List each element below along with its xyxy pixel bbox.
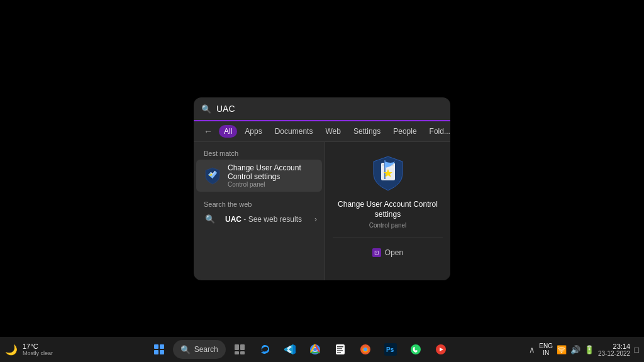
svg-rect-14 [240,344,245,350]
weather-temp: 17°C [23,343,53,350]
svg-rect-9 [154,344,158,349]
result-title-uac: Change User Account Control settings [228,163,314,181]
tab-people[interactable]: People [388,125,421,138]
result-item-text-uac: Change User Account Control settings Con… [228,163,314,188]
taskbar-right: ∧ ENG IN 🛜 🔊 🔋 23:14 23-12-2022 □ [524,343,644,357]
tab-web[interactable]: Web [320,125,345,138]
svg-text:Ps: Ps [386,346,394,353]
svg-rect-12 [160,350,164,354]
app-icon-large [369,155,407,192]
clock-date: 23-12-2022 [598,350,630,357]
search-panel: 🔍 ← All Apps Documents Web Settings Peop… [194,97,450,280]
youtube-icon[interactable] [430,338,452,361]
svg-rect-7 [382,170,390,171]
result-item-uac[interactable]: Change User Account Control settings Con… [196,160,322,192]
svg-rect-10 [160,344,164,349]
arrow-right-icon: › [314,215,317,224]
wifi-icon[interactable]: 🛜 [557,345,567,354]
notification-icon[interactable]: □ [634,345,639,354]
detail-divider [333,238,443,238]
lang-region: IN [543,349,549,356]
search-input[interactable] [216,104,443,114]
speaker-icon[interactable]: 🔊 [570,345,580,354]
start-button[interactable] [148,338,170,361]
tab-fold[interactable]: Fold... [425,125,450,138]
taskbar-search-icon: 🔍 [180,345,191,354]
svg-rect-15 [235,351,239,354]
taskbar: 🌙 17°C Mostly clear 🔍 Search [0,337,644,362]
weather-icon: 🌙 [5,344,18,356]
uac-icon-small [204,167,221,185]
photoshop-icon[interactable]: Ps [379,338,402,361]
taskbar-firefox-icon[interactable] [354,338,377,361]
tab-documents[interactable]: Documents [270,125,318,138]
svg-rect-13 [235,344,239,350]
tab-all[interactable]: All [219,125,237,138]
svg-rect-22 [337,348,342,349]
svg-rect-21 [337,346,343,348]
edge-icon[interactable] [253,338,276,361]
back-button[interactable]: ← [200,125,216,138]
weather-desc: Mostly clear [23,350,53,356]
clock-display[interactable]: 23:14 23-12-2022 [598,343,630,357]
taskbar-search-text: Search [194,345,218,354]
notion-icon[interactable] [329,338,352,361]
open-action[interactable]: ⊡ Open [367,246,408,260]
svg-rect-6 [382,167,394,168]
svg-rect-11 [154,350,158,354]
web-search-item[interactable]: 🔍 UAC - See web results › [194,211,325,228]
best-match-label: Best match [194,147,325,160]
taskbar-center: 🔍 Search [75,338,524,361]
app-detail-category: Control panel [369,222,406,229]
svg-point-30 [411,344,421,354]
tab-apps[interactable]: Apps [240,125,267,138]
search-bar: 🔍 [194,97,450,121]
search-icon: 🔍 [201,104,211,114]
chevron-up-icon[interactable]: ∧ [529,345,535,354]
taskbar-left: 🌙 17°C Mostly clear [0,343,75,356]
language-indicator: ENG IN [539,343,553,356]
lang-text: ENG [539,343,553,349]
svg-point-27 [364,348,367,351]
svg-rect-24 [337,352,341,353]
weather-info: 17°C Mostly clear [23,343,53,356]
web-search-label: Search the web [194,198,325,211]
chrome-icon[interactable] [304,338,326,361]
open-label: Open [385,248,403,257]
svg-rect-23 [337,350,343,351]
results-area: Best match Change User Account Contro [194,142,450,280]
filter-tabs-bar: ← All Apps Documents Web Settings People… [194,121,450,142]
taskbar-search[interactable]: 🔍 Search [173,340,226,359]
battery-icon[interactable]: 🔋 [584,345,594,354]
tab-settings[interactable]: Settings [348,125,386,138]
svg-rect-16 [240,351,245,354]
web-search-icon: 🔍 [201,214,219,224]
result-subtitle-uac: Control panel [228,181,314,188]
vscode-icon[interactable] [279,338,301,361]
open-icon: ⊡ [372,248,381,257]
right-detail-panel: Change User Account Control settings Con… [325,142,450,280]
web-search-text: UAC - See web results [225,215,302,224]
clock-time: 23:14 [613,343,631,350]
whatsapp-icon[interactable] [404,338,427,361]
app-detail-title: Change User Account Control settings [333,200,443,219]
svg-rect-20 [336,344,345,354]
task-view-button[interactable] [228,338,251,361]
left-results: Best match Change User Account Contro [194,142,325,280]
